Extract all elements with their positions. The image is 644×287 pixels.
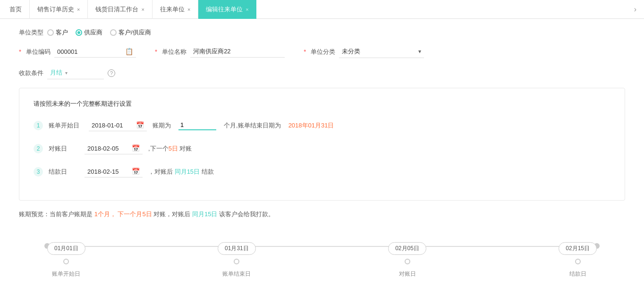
- reconcile-date-input-wrapper: 📅: [85, 143, 143, 154]
- radio-both[interactable]: 客户/供应商: [110, 28, 151, 37]
- unit-name-input[interactable]: [190, 46, 285, 58]
- close-icon[interactable]: ×: [246, 7, 248, 12]
- payment-date-input-wrapper: 📅: [85, 166, 143, 177]
- tab-sales-history[interactable]: 销售订单历史 ×: [30, 0, 88, 19]
- timeline-date-3: 02月05日: [388, 242, 426, 255]
- period-value-input[interactable]: [178, 120, 216, 130]
- unit-code-item: * 单位编码 📋: [19, 46, 136, 58]
- payment-terms-label: 收款条件: [19, 69, 43, 77]
- unit-name-required: *: [155, 48, 157, 55]
- radio-customer-label: 客户: [56, 28, 68, 37]
- payment-terms-select[interactable]: 月结 ▾: [47, 67, 104, 79]
- tab-partner-label: 往来单位: [160, 5, 185, 14]
- setting-label-1: 账单开始日: [49, 121, 79, 130]
- timeline-label-3: 对账日: [399, 270, 416, 278]
- radio-both-circle: [110, 29, 117, 36]
- timeline-dot-4: [575, 259, 581, 264]
- timeline-points: 01月01日 账单开始日 01月31日 账单结束日 02月05日 对账日 02月…: [19, 242, 625, 278]
- tabs-bar: 首页 销售订单历史 × 钱货日清工作台 × 往来单位 × 编辑往来单位 × ›: [0, 0, 644, 19]
- unit-name-label: 单位名称: [162, 48, 186, 56]
- setting-num-1: 1: [34, 121, 43, 130]
- preview-text: 账期预览：当前客户账期是 1个月， 下一个月5日 对账，对账后 同月15日 该客…: [19, 210, 625, 219]
- setting-num-2: 2: [34, 144, 43, 153]
- unit-code-label: 单位编码: [26, 48, 51, 56]
- start-date-input[interactable]: [92, 122, 134, 129]
- unit-category-required: *: [304, 48, 306, 55]
- radio-both-label: 客户/供应商: [119, 28, 151, 37]
- preview-prefix: 账期预览：当前客户账期是: [19, 211, 93, 218]
- unit-category-item: * 单位分类 未分类 ▾: [304, 45, 424, 58]
- unit-fields-row: * 单位编码 📋 * 单位名称 * 单位分类 未分类 ▾: [19, 45, 625, 58]
- reconcile-date-input[interactable]: [87, 145, 130, 152]
- reconcile-date-calendar-icon[interactable]: 📅: [132, 144, 140, 152]
- tab-home[interactable]: 首页: [4, 0, 30, 19]
- unit-type-row: 单位类型 客户 供应商 客户/供应商: [19, 28, 625, 37]
- reconcile-desc: ,下一个5日 对账: [148, 144, 192, 153]
- payment-date-input[interactable]: [87, 168, 130, 175]
- setting-num-3: 3: [34, 167, 43, 177]
- preview-suffix: 该客户会给我打款。: [219, 211, 274, 218]
- timeline-date-1: 01月01日: [47, 242, 85, 255]
- period-unit: 个月,账单结束日期为: [224, 121, 281, 130]
- radio-supplier-label: 供应商: [84, 28, 102, 37]
- setting-label-2: 对账日: [49, 144, 75, 153]
- unit-code-input-wrapper: 📋: [54, 46, 136, 58]
- unit-category-label: 单位分类: [311, 48, 335, 56]
- payment-terms-arrow-icon: ▾: [65, 70, 68, 76]
- period-end-date: 2018年01月31日: [288, 121, 334, 130]
- period-text: 账期为: [153, 121, 171, 130]
- setting-row-3: 3 结款日 📅 ，对账后 同月15日 结款: [34, 166, 610, 177]
- unit-type-item: 单位类型 客户 供应商 客户/供应商: [19, 28, 151, 37]
- close-icon[interactable]: ×: [77, 7, 80, 12]
- unit-category-arrow-icon: ▾: [418, 48, 421, 55]
- tab-sales-history-label: 销售订单历史: [37, 5, 74, 14]
- unit-code-input[interactable]: [57, 48, 123, 55]
- unit-code-browse-icon[interactable]: 📋: [125, 48, 133, 55]
- unit-category-value: 未分类: [342, 47, 360, 56]
- preview-middle: 对账，对账后: [153, 211, 190, 218]
- payment-terms-item: 收款条件 月结 ▾ ?: [19, 67, 115, 79]
- close-icon[interactable]: ×: [187, 7, 190, 12]
- preview-period: 1个月，: [94, 211, 116, 218]
- timeline-dot-2: [234, 259, 239, 264]
- tab-cash-workbench-label: 钱货日清工作台: [95, 5, 138, 14]
- panel-title: 请按照未来的一个完整帐期进行设置: [34, 100, 610, 108]
- preview-next: 下一个月5日: [118, 211, 152, 218]
- timeline-date-4: 02月15日: [559, 242, 597, 255]
- tab-more-button[interactable]: ›: [630, 5, 640, 14]
- radio-customer-circle: [47, 29, 54, 36]
- main-content: 单位类型 客户 供应商 客户/供应商 * 单位编码: [0, 19, 644, 287]
- preview-settle: 同月15日: [192, 211, 217, 218]
- close-icon[interactable]: ×: [141, 7, 144, 12]
- timeline-point-2: 01月31日 账单结束日: [218, 242, 256, 278]
- timeline-dot-1: [63, 259, 69, 264]
- payment-desc: ，对账后 同月15日 结款: [148, 168, 214, 176]
- tab-home-label: 首页: [9, 5, 22, 14]
- help-icon[interactable]: ?: [108, 69, 115, 77]
- timeline-point-1: 01月01日 账单开始日: [47, 242, 85, 278]
- payment-date-calendar-icon[interactable]: 📅: [132, 168, 140, 175]
- timeline-dot-3: [405, 259, 410, 264]
- radio-customer[interactable]: 客户: [47, 28, 68, 37]
- unit-type-label: 单位类型: [19, 28, 43, 37]
- tab-cash-workbench[interactable]: 钱货日清工作台 ×: [88, 0, 152, 19]
- start-date-calendar-icon[interactable]: 📅: [136, 121, 144, 129]
- settings-panel: 请按照未来的一个完整帐期进行设置 1 账单开始日 📅 账期为 个月,账单结束日期…: [19, 88, 625, 201]
- reconcile-highlight: 5日: [169, 145, 178, 152]
- timeline-date-2: 01月31日: [218, 242, 256, 255]
- tab-edit-partner[interactable]: 编辑往来单位 ×: [198, 0, 256, 19]
- tab-partner[interactable]: 往来单位 ×: [153, 0, 198, 19]
- timeline-label-2: 账单结束日: [222, 270, 251, 278]
- tab-edit-partner-label: 编辑往来单位: [206, 5, 243, 14]
- payment-terms-value: 月结: [50, 68, 62, 77]
- payment-highlight: 同月15日: [175, 168, 200, 175]
- radio-supplier[interactable]: 供应商: [76, 28, 102, 37]
- timeline-label-4: 结款日: [569, 270, 586, 278]
- unit-type-radio-group: 客户 供应商 客户/供应商: [47, 28, 151, 37]
- unit-category-select[interactable]: 未分类 ▾: [339, 45, 424, 58]
- start-date-input-wrapper: 📅: [89, 119, 147, 131]
- setting-row-2: 2 对账日 📅 ,下一个5日 对账: [34, 143, 610, 154]
- unit-code-required: *: [19, 48, 21, 55]
- timeline-point-3: 02月05日 对账日: [388, 242, 426, 278]
- timeline-wrapper: 01月01日 账单开始日 01月31日 账单结束日 02月05日 对账日 02月…: [19, 233, 625, 287]
